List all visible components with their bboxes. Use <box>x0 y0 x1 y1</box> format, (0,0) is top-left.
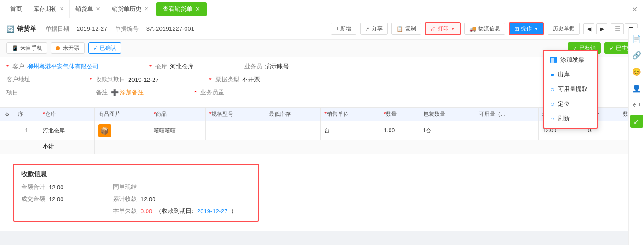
col-gear: ⚙ <box>0 108 14 121</box>
tab-home[interactable]: 首页 <box>5 5 28 13</box>
operate-dropdown-menu: ▦ 添加发票 ● 出库 ○ 可用量提取 ○ 定位 ○ 刷新 <box>543 50 598 129</box>
doc-icon: 🔄 <box>6 25 14 33</box>
payment-section: 收款信息 金额合计 12.00 同单现结 — 成交金额 12.00 <box>13 164 259 222</box>
logistics-icon: 🚚 <box>469 26 476 32</box>
operate-button[interactable]: ⊞ 操作 ▼ <box>509 22 544 35</box>
warehouse-field: * 仓库 河北仓库 <box>149 63 194 71</box>
not-open-dot <box>56 46 60 50</box>
list-view-button[interactable]: ☰ <box>611 23 624 34</box>
payment-row-owed-placeholder <box>21 207 113 215</box>
phone-icon: 📱 <box>11 45 18 51</box>
not-open-button[interactable]: 未开票 <box>51 42 85 54</box>
staff-field: 业务员 演示账号 <box>244 63 289 71</box>
payment-row-deal: 成交金额 12.00 <box>21 195 113 203</box>
print-dropdown-icon: ▼ <box>451 26 455 31</box>
locate-icon: ○ <box>550 100 554 108</box>
payment-row-cumulative: 累计收款 12.00 <box>113 195 251 203</box>
row-pkg-qty: 1台 <box>419 121 475 140</box>
customer-value[interactable]: 柳州粤港平安气体有限公司 <box>27 63 99 71</box>
doc-actions: + 新增 ↗ 分享 📋 复制 🖨 打印 ▼ 🚚 物流信息 <box>331 22 638 35</box>
locate-item[interactable]: ○ 定位 <box>544 97 597 111</box>
row-warehouse: 河北仓库 <box>39 121 94 140</box>
effective-icon: ✓ <box>610 45 614 51</box>
col-num: 序 <box>14 108 39 121</box>
payment-date-field: * 收款到期日 2019-12-27 <box>90 75 159 84</box>
staff2-field: * 业务员孟 — <box>194 88 233 97</box>
sidebar-expand-icon[interactable]: ⤢ <box>630 115 643 128</box>
sidebar-smile-icon[interactable]: 😊 <box>630 65 643 78</box>
available-fetch-item[interactable]: ○ 可用量提取 <box>544 82 597 97</box>
subtotal-row: 小计 <box>0 140 644 154</box>
add-note-button[interactable]: ➕ 添加备注 <box>111 88 144 97</box>
sidebar-link-icon[interactable]: 🔗 <box>630 49 643 62</box>
history-button[interactable]: 历史单据 <box>548 23 580 35</box>
tab-view-sales[interactable]: 查看销货单 ✕ <box>156 2 207 16</box>
staff-value: 演示账号 <box>265 63 289 71</box>
available-fetch-icon: ○ <box>550 85 554 93</box>
share-icon: ↗ <box>365 26 370 32</box>
next-button[interactable]: ▶ <box>596 23 607 34</box>
cumulative-value: 12.00 <box>141 196 156 203</box>
sidebar-tag-icon[interactable]: 🏷 <box>630 98 643 111</box>
close-sales-history[interactable]: ✕ <box>144 6 148 12</box>
close-inventory-init[interactable]: ✕ <box>60 6 64 12</box>
copy-icon: 📋 <box>396 26 403 32</box>
project-value: — <box>21 89 27 96</box>
close-view-sales[interactable]: ✕ <box>195 6 200 12</box>
customer-field: * 客户 柳州粤港平安气体有限公司 <box>6 63 99 71</box>
ticket-type-value: 不开票 <box>242 75 260 84</box>
row-min-stock <box>265 121 321 140</box>
payment-section-wrapper: 收款信息 金额合计 12.00 同单现结 — 成交金额 12.00 <box>0 154 644 231</box>
col-product: *商品 <box>150 108 205 121</box>
tab-sales-history[interactable]: 销货单历史 ✕ <box>106 0 154 18</box>
right-sidebar: 📄 🔗 😊 👤 🏷 ⤢ <box>628 28 644 231</box>
row-product: 嘻嘻嘻嘻 <box>150 121 205 140</box>
col-warehouse: *仓库 <box>39 108 94 121</box>
doc-header: 🔄 销货单 单据日期 2019-12-27 单据编号 SA-20191227-0… <box>0 18 644 40</box>
date-value: 2019-12-27 <box>77 25 107 32</box>
row-qty: 1.00 <box>380 121 419 140</box>
warehouse-value: 河北仓库 <box>170 63 194 71</box>
from-phone-button[interactable]: 📱 来自手机 <box>6 42 47 54</box>
col-available: 可用量（... <box>475 108 539 121</box>
add-invoice-icon: ▦ <box>550 57 557 63</box>
col-min-stock: 最低库存 <box>265 108 321 121</box>
logistics-button[interactable]: 🚚 物流信息 <box>464 23 505 35</box>
print-icon: 🖨 <box>430 26 436 32</box>
payment-date-value: 2019-12-27 <box>128 76 159 83</box>
row-img: 📦 <box>94 121 150 140</box>
add-invoice-item[interactable]: ▦ 添加发票 <box>544 52 597 67</box>
close-sales-order[interactable]: ✕ <box>96 6 100 12</box>
tab-inventory-init[interactable]: 库存期初 ✕ <box>28 0 70 18</box>
note-field: 备注 ➕ 添加备注 <box>96 88 144 97</box>
sidebar-doc-icon[interactable]: 📄 <box>630 32 643 45</box>
payment-row-amount: 金额合计 12.00 <box>21 183 113 191</box>
row-gear <box>0 121 14 140</box>
outbound-item[interactable]: ● 出库 <box>544 67 597 82</box>
new-button[interactable]: + 新增 <box>331 23 356 35</box>
nav-arrows: ◀ ▶ <box>583 23 607 34</box>
refresh-icon: ○ <box>550 115 554 122</box>
col-img: 商品图片 <box>94 108 150 121</box>
confirm-button[interactable]: ✓ 已确认 <box>88 42 121 54</box>
operate-icon: ⊞ <box>514 26 519 32</box>
tab-sales-order[interactable]: 销货单 ✕ <box>70 0 106 18</box>
payment-row-same-order: 同单现结 — <box>113 183 251 191</box>
copy-button[interactable]: 📋 复制 <box>391 23 421 35</box>
add-note-icon: ➕ <box>111 89 119 96</box>
refresh-item[interactable]: ○ 刷新 <box>544 111 597 126</box>
row-unit: 台 <box>321 121 380 140</box>
subtotal-label: 小计 <box>39 140 94 154</box>
print-button[interactable]: 🖨 打印 ▼ <box>425 22 461 35</box>
ticket-type-field: * 票据类型 不开票 <box>209 75 260 84</box>
payment-row-owed: 本单欠款 0.00 （收款到期日: 2019-12-27 ） <box>113 207 251 215</box>
share-button[interactable]: ↗ 分享 <box>360 23 388 35</box>
staff2-value: — <box>227 89 233 96</box>
operate-dropdown-icon: ▼ <box>534 26 538 31</box>
window-close-button[interactable]: ✕ <box>632 5 638 13</box>
sidebar-user-icon[interactable]: 👤 <box>630 82 643 95</box>
product-image: 📦 <box>98 124 111 137</box>
row-num: 1 <box>14 121 39 140</box>
prev-button[interactable]: ◀ <box>583 23 594 34</box>
same-order-value: — <box>141 184 147 191</box>
